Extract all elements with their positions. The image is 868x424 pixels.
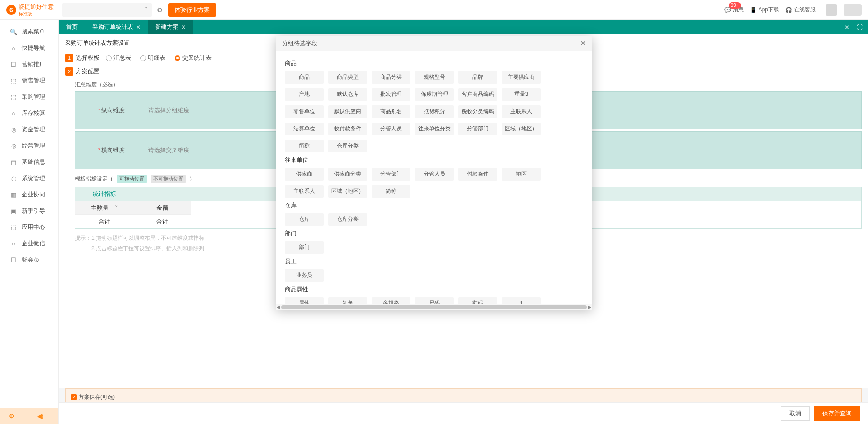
modal-overlay: 分组待选字段 ✕ 商品商品商品类型商品分类规格型号品牌主要供应商产地默认仓库批次… — [0, 0, 868, 20]
